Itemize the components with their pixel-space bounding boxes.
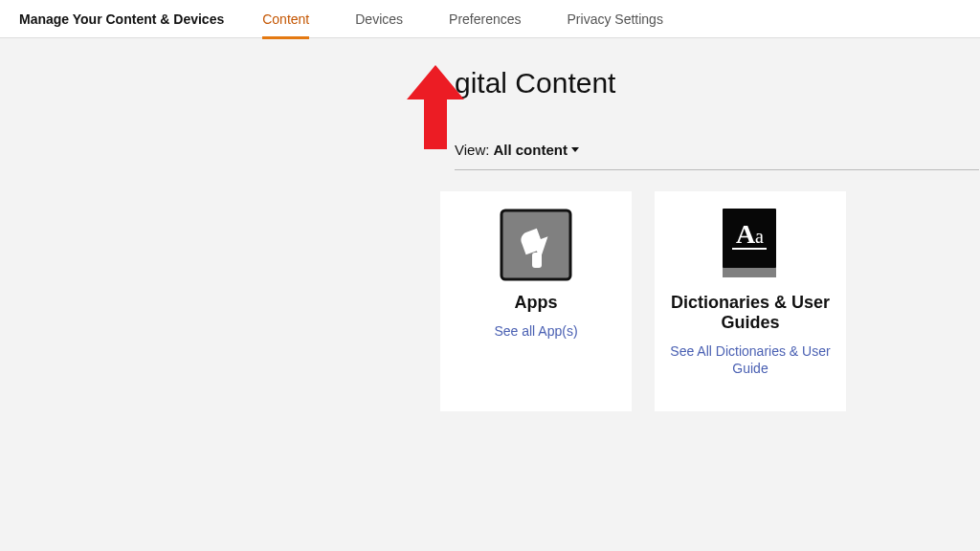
card-dictionaries-link[interactable]: See All Dictionaries & User Guide bbox=[666, 342, 835, 377]
content-cards: Apps See all App(s) A a Dictionaries & U… bbox=[440, 191, 980, 411]
tab-privacy-settings[interactable]: Privacy Settings bbox=[568, 0, 663, 38]
tab-content[interactable]: Content bbox=[262, 0, 309, 38]
svg-text:a: a bbox=[755, 226, 764, 247]
card-dictionaries[interactable]: A a Dictionaries & User Guides See All D… bbox=[655, 191, 846, 411]
tab-devices[interactable]: Devices bbox=[355, 0, 403, 38]
view-filter[interactable]: View: All content bbox=[455, 142, 979, 170]
card-dictionaries-title: Dictionaries & User Guides bbox=[666, 293, 835, 333]
page-title: gital Content bbox=[455, 67, 980, 99]
tab-preferences[interactable]: Preferences bbox=[449, 0, 521, 38]
chevron-down-icon bbox=[571, 147, 579, 152]
card-apps[interactable]: Apps See all App(s) bbox=[440, 191, 632, 411]
apps-icon bbox=[500, 209, 572, 281]
view-value: All content bbox=[493, 142, 568, 158]
view-label: View: bbox=[455, 142, 489, 158]
dictionary-icon: A a bbox=[714, 209, 787, 281]
svg-rect-2 bbox=[532, 253, 542, 268]
top-nav: Manage Your Content & Devices Content De… bbox=[0, 0, 980, 38]
card-apps-link[interactable]: See all App(s) bbox=[494, 322, 577, 340]
main: gital Content View: All content Apps See… bbox=[0, 38, 980, 411]
card-apps-title: Apps bbox=[515, 293, 558, 313]
nav-title: Manage Your Content & Devices bbox=[19, 11, 224, 27]
svg-text:A: A bbox=[736, 219, 756, 249]
